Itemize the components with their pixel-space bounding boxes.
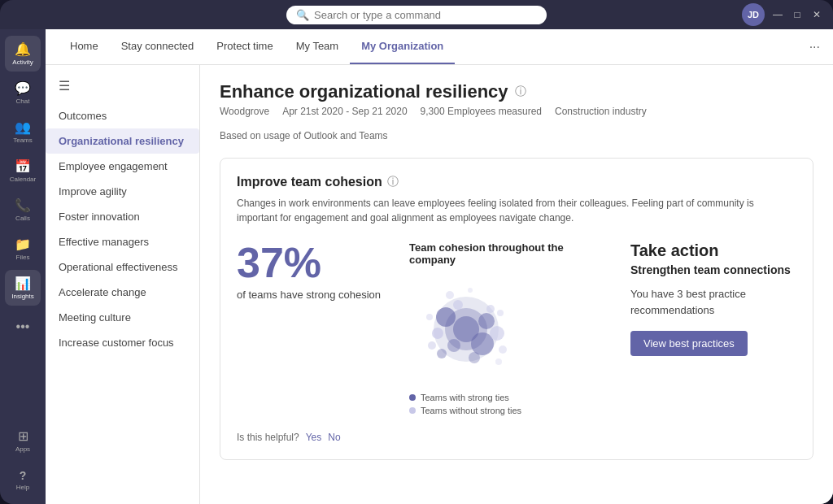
svg-point-13 [437,349,447,358]
tab-my-organization[interactable]: My Organization [350,29,455,64]
files-icon: 📁 [15,237,31,252]
helpful-prompt: Is this helpful? [237,432,299,443]
device-frame: 🔍 JD — □ ✕ 🔔 Activity 💬 Chat 👥 Teams [0,0,833,504]
files-label: Files [16,254,30,261]
avatar[interactable]: JD [742,3,765,26]
svg-point-4 [478,313,495,329]
meta-industry: Construction industry [555,106,647,117]
left-menu: ☰ Outcomes Organizational resiliency Emp… [46,65,200,504]
svg-point-10 [486,305,495,313]
svg-point-7 [432,328,443,339]
sidebar-item-chat[interactable]: 💬 Chat [5,75,41,111]
view-best-practices-button[interactable]: View best practices [630,331,748,356]
menu-item-meeting-culture[interactable]: Meeting culture [46,305,199,330]
svg-point-5 [447,339,460,352]
bubble-chart-svg [409,272,523,386]
metric-value: 37% [237,241,383,284]
sidebar-item-files[interactable]: 📁 Files [5,231,41,267]
page-title-row: Enhance organizational resiliency ⓘ [220,81,813,102]
sidebar-item-activity[interactable]: 🔔 Activity [5,36,41,72]
tab-home[interactable]: Home [59,29,110,64]
meta-data-source: Based on usage of Outlook and Teams [220,130,388,141]
window-controls: JD — □ ✕ [742,3,823,26]
svg-point-16 [426,314,433,320]
main-area: Home Stay connected Protect time My Team… [46,29,833,504]
menu-item-org-resiliency[interactable]: Organizational resiliency [46,128,199,154]
help-icon: ? [20,469,27,482]
svg-point-19 [468,288,473,293]
content-area: ☰ Outcomes Organizational resiliency Emp… [46,65,833,504]
svg-point-11 [428,341,436,350]
sidebar-item-apps[interactable]: ⊞ Apps [5,423,41,458]
tab-my-team[interactable]: My Team [285,29,351,64]
action-column: Take action Strengthen team connections … [630,241,796,356]
meta-company: Woodgrove [220,106,269,117]
chat-icon: 💬 [15,80,31,96]
sidebar-item-insights[interactable]: 📊 Insights [5,270,41,306]
menu-item-increase-customer-focus[interactable]: Increase customer focus [46,330,199,355]
legend-item-strong: Teams with strong ties [409,393,604,402]
sidebar-item-teams[interactable]: 👥 Teams [5,114,41,150]
svg-point-3 [436,307,456,327]
svg-point-17 [495,358,502,365]
card-info-icon[interactable]: ⓘ [387,175,399,189]
hamburger-menu[interactable]: ☰ [46,72,199,100]
card-title: Improve team cohesion [237,175,382,189]
minimize-button[interactable]: — [771,8,784,21]
menu-item-accelerate-change[interactable]: Accelerate change [46,280,199,305]
metric-label: of teams have strong cohesion [237,289,383,301]
menu-item-employee-engagement[interactable]: Employee engagement [46,154,199,179]
menu-item-effective-managers[interactable]: Effective managers [46,229,199,254]
svg-point-15 [499,345,507,354]
menu-item-outcomes[interactable]: Outcomes [46,103,199,128]
action-description: You have 3 best practice recommendations [630,286,796,318]
search-icon: 🔍 [296,9,309,21]
legend-item-without: Teams without strong ties [409,406,604,415]
menu-item-foster-innovation[interactable]: Foster innovation [46,204,199,229]
more-options-button[interactable]: ··· [809,40,820,54]
tab-protect-time[interactable]: Protect time [205,29,284,64]
meta-row: Woodgrove Apr 21st 2020 - Sep 21 2020 9,… [220,106,813,141]
activity-icon: 🔔 [15,41,31,57]
sidebar-item-calendar[interactable]: 📅 Calendar [5,153,41,189]
card-title-row: Improve team cohesion ⓘ [237,175,796,189]
insights-icon: 📊 [15,276,31,291]
legend-label-strong: Teams with strong ties [421,393,509,402]
teams-icon: 👥 [15,119,31,135]
svg-point-12 [497,310,504,316]
calendar-icon: 📅 [15,159,31,174]
team-cohesion-card: Improve team cohesion ⓘ Changes in work … [220,158,813,460]
sidebar-item-help[interactable]: ? Help [5,462,41,497]
top-nav-links: Home Stay connected Protect time My Team… [59,29,455,64]
menu-item-operational-effectiveness[interactable]: Operational effectiveness [46,254,199,280]
svg-point-8 [490,326,504,341]
icon-sidebar: 🔔 Activity 💬 Chat 👥 Teams 📅 Calendar 📞 C… [0,29,46,504]
bubble-chart [409,272,523,386]
search-input[interactable] [314,9,537,21]
calls-label: Calls [15,215,30,222]
tab-stay-connected[interactable]: Stay connected [110,29,206,64]
sidebar-item-calls[interactable]: 📞 Calls [5,192,41,228]
more-icon: ••• [16,319,30,334]
metric-column: 37% of teams have strong cohesion [237,241,383,301]
menu-item-improve-agility[interactable]: Improve agility [46,179,199,204]
sidebar-item-more[interactable]: ••• [5,309,41,345]
helpful-yes[interactable]: Yes [306,432,322,443]
helpful-row: Is this helpful? Yes No [237,432,796,443]
card-description: Changes in work environments can leave e… [237,196,796,225]
maximize-button[interactable]: □ [791,8,804,21]
svg-point-9 [453,300,463,310]
help-label: Help [16,484,29,491]
helpful-no[interactable]: No [328,432,340,443]
chart-title: Team cohesion throughout the company [409,241,604,266]
info-icon[interactable]: ⓘ [515,85,526,99]
chat-label: Chat [16,98,30,105]
meta-employees: 9,300 Employees measured [421,106,542,117]
search-bar[interactable]: 🔍 [286,6,547,24]
legend-label-without: Teams without strong ties [421,406,521,415]
legend-dot-without [409,407,416,414]
close-button[interactable]: ✕ [810,8,823,21]
apps-label: Apps [15,445,30,453]
insights-label: Insights [11,293,34,300]
apps-icon: ⊞ [18,428,28,444]
